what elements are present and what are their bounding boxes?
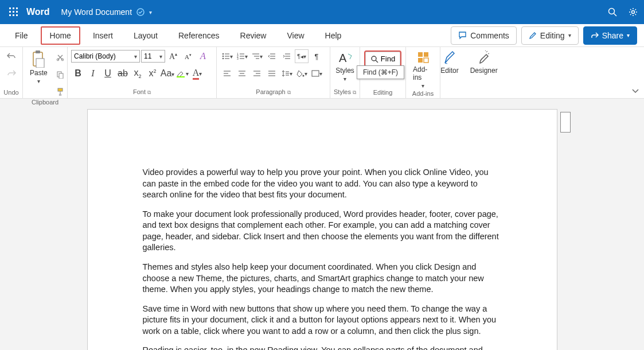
font-name-value: Calibri (Body) (74, 52, 116, 60)
share-label: Share (602, 31, 623, 40)
editor-label: Editor (440, 67, 458, 75)
saved-icon (136, 8, 145, 16)
search-icon[interactable] (607, 7, 618, 17)
justify-button[interactable] (265, 67, 279, 80)
increase-indent-button[interactable] (280, 49, 294, 63)
settings-gear-icon[interactable] (628, 7, 638, 17)
bold-button[interactable]: B (71, 67, 85, 80)
svg-point-61 (372, 56, 376, 61)
ribbon-group-clipboard: Paste ▾ Clipboard (23, 47, 68, 98)
font-color-button[interactable]: A▾ (190, 67, 204, 80)
editing-label: Editing (540, 31, 565, 40)
editing-group-label: Editing (364, 89, 402, 97)
share-button[interactable]: Share ▾ (583, 26, 637, 45)
tab-references[interactable]: References (170, 24, 228, 47)
underline-button[interactable]: U (101, 67, 115, 80)
redo-button[interactable] (5, 67, 18, 80)
styles-button[interactable]: A Styles ▾ (332, 49, 358, 83)
subscript-button[interactable]: x2 (131, 67, 145, 80)
italic-button[interactable]: I (86, 67, 100, 80)
show-marks-button[interactable]: ¶ (310, 49, 323, 63)
borders-button[interactable]: ▾ (310, 67, 323, 80)
paragraph-group-label: Paragraph⧉ (220, 88, 326, 97)
text-direction-button[interactable]: ¶◂▾ (295, 49, 309, 63)
comments-button[interactable]: Comments (451, 26, 517, 45)
editing-mode-button[interactable]: Editing ▾ (521, 26, 579, 45)
paste-button[interactable]: Paste ▾ (26, 49, 51, 85)
align-center-button[interactable] (235, 67, 249, 80)
find-tooltip: Find (⌘+F) (357, 65, 404, 79)
highlight-button[interactable]: ▾ (175, 67, 189, 80)
titlebar: Word My Word Document ▾ (0, 0, 644, 24)
svg-rect-20 (58, 88, 63, 91)
change-case-button[interactable]: Aa▾ (161, 67, 174, 80)
clear-formatting-button[interactable]: A (196, 49, 210, 63)
bullets-button[interactable]: ▾ (220, 49, 234, 63)
editor-button[interactable]: Editor (437, 49, 462, 76)
addins-button[interactable]: Add-ins ▾ (409, 49, 436, 90)
numbering-button[interactable]: 123▾ (235, 49, 249, 63)
tab-insert[interactable]: Insert (85, 24, 121, 47)
svg-rect-3 (9, 11, 11, 13)
paragraph[interactable]: Video provides a powerful way to help yo… (143, 167, 502, 201)
addins-label: Add-ins (413, 65, 433, 81)
document-page[interactable]: Video provides a powerful way to help yo… (87, 109, 557, 350)
svg-point-12 (632, 11, 635, 14)
page-edge-marker (560, 112, 571, 133)
shrink-font-button[interactable]: A▾ (181, 49, 195, 63)
align-left-button[interactable] (220, 67, 234, 80)
format-painter-button[interactable] (53, 85, 67, 99)
dialog-launcher-icon[interactable]: ⧉ (147, 90, 151, 95)
superscript-button[interactable]: x2 (146, 67, 159, 80)
ribbon: Undo Paste ▾ Clipboard Calibri (Body)▾ 1… (0, 47, 644, 99)
svg-rect-6 (9, 14, 11, 16)
svg-point-26 (222, 58, 223, 59)
dialog-launcher-icon[interactable]: ⧉ (353, 90, 356, 95)
shading-button[interactable]: ▾ (295, 67, 309, 80)
svg-rect-8 (16, 14, 18, 16)
chevron-down-icon[interactable]: ▾ (149, 9, 152, 15)
document-canvas[interactable]: Video provides a powerful way to help yo… (0, 99, 644, 350)
svg-rect-7 (13, 14, 14, 16)
svg-rect-65 (418, 58, 423, 63)
tab-help[interactable]: Help (317, 24, 350, 47)
undo-group-label: Undo (3, 89, 19, 97)
tab-home[interactable]: Home (41, 26, 80, 45)
dialog-launcher-icon[interactable]: ⧉ (287, 90, 291, 95)
comments-label: Comments (470, 31, 509, 40)
designer-icon (478, 50, 490, 65)
tab-file[interactable]: File (7, 24, 36, 47)
paragraph[interactable]: To make your document look professionall… (143, 209, 502, 254)
tab-review[interactable]: Review (232, 24, 275, 47)
font-name-combo[interactable]: Calibri (Body)▾ (71, 50, 140, 63)
tab-view[interactable]: View (279, 24, 312, 47)
document-title[interactable]: My Word Document ▾ (61, 7, 152, 17)
svg-rect-66 (424, 58, 428, 63)
svg-rect-21 (177, 76, 185, 77)
chevron-down-icon: ▾ (627, 32, 630, 38)
line-spacing-button[interactable]: ▾ (280, 67, 294, 80)
undo-button[interactable] (5, 49, 18, 63)
document-name: My Word Document (61, 7, 132, 17)
app-launcher-icon[interactable] (6, 4, 22, 20)
svg-rect-5 (16, 11, 18, 13)
tab-layout[interactable]: Layout (126, 24, 166, 47)
decrease-indent-button[interactable] (265, 49, 279, 63)
paragraph[interactable]: Reading is easier, too, in the new Readi… (143, 345, 502, 350)
multilevel-list-button[interactable]: ▾ (250, 49, 264, 63)
editor-icon (443, 50, 456, 65)
designer-button[interactable]: Designer (467, 49, 501, 76)
cut-button[interactable] (53, 50, 67, 64)
find-button[interactable]: Find (365, 52, 400, 66)
grow-font-button[interactable]: A▴ (166, 49, 180, 63)
paragraph[interactable]: Themes and styles also help keep your do… (143, 262, 502, 295)
copy-button[interactable] (53, 68, 67, 81)
svg-rect-14 (36, 50, 40, 53)
strikethrough-button[interactable]: ab (116, 67, 130, 80)
paragraph[interactable]: Save time in Word with new buttons that … (143, 304, 502, 337)
ribbon-group-styles: A Styles ▾ Styles⧉ (330, 47, 360, 98)
align-right-button[interactable] (250, 67, 264, 80)
collapse-ribbon-button[interactable] (631, 85, 639, 96)
font-size-combo[interactable]: 11▾ (141, 50, 165, 63)
svg-rect-1 (13, 7, 14, 9)
